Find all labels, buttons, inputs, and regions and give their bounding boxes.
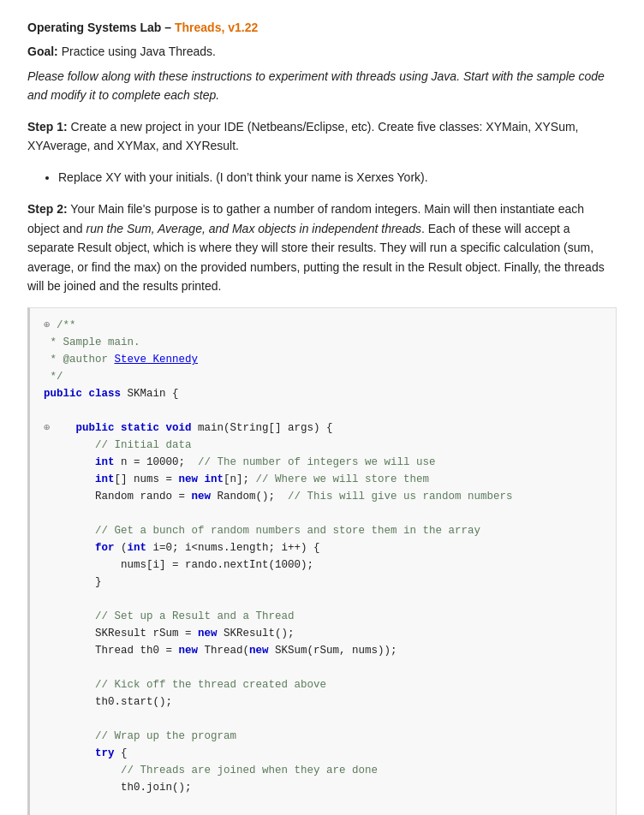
step1-label: Step 1: — [27, 120, 68, 134]
step1-text: Create a new project in your IDE (Netbea… — [27, 120, 579, 152]
intro-paragraph: Please follow along with these instructi… — [27, 67, 617, 105]
bullet-list: Replace XY with your initials. (I don’t … — [58, 168, 617, 188]
step2-block: Step 2: Your Main file's purpose is to g… — [27, 199, 617, 295]
title-link[interactable]: Threads, v1.22 — [175, 21, 258, 34]
goal-text: Practice using Java Threads. — [62, 45, 216, 58]
bullet-item-1: Replace XY with your initials. (I don’t … — [58, 168, 617, 188]
goal-line: Goal: Practice using Java Threads. — [27, 45, 617, 58]
page-title: Operating Systems Lab – Threads, v1.22 — [27, 21, 617, 34]
title-prefix: Operating Systems Lab – — [27, 21, 175, 34]
code-block: ⊕ /** * Sample main. * @author Steve Ken… — [27, 307, 617, 815]
step2-text: Your Main file's purpose is to gather a … — [27, 202, 605, 293]
step2-label: Step 2: — [27, 202, 68, 216]
step1-block: Step 1: Create a new project in your IDE… — [27, 117, 617, 156]
goal-label: Goal: — [27, 45, 58, 58]
